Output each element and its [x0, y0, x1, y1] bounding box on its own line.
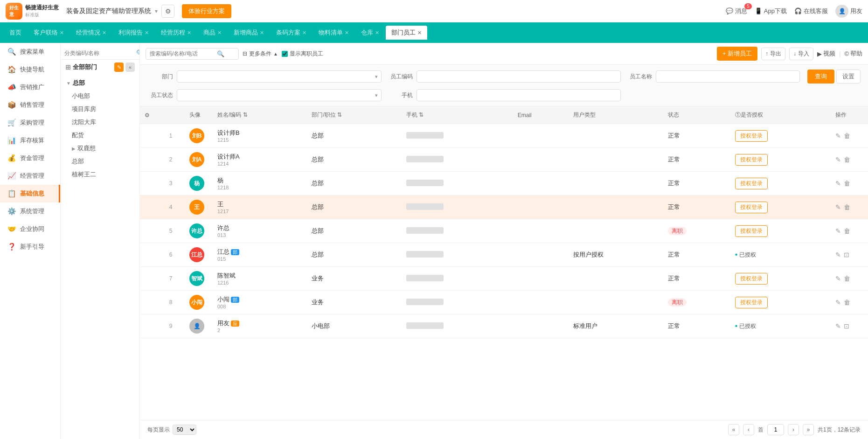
delete-btn[interactable]: 🗑 [844, 180, 850, 187]
sidebar-item-basic[interactable]: 📋 基础信息 [0, 185, 60, 202]
sidebar-item-purchase[interactable]: 🛒 采购管理 [0, 114, 60, 132]
filter-dept-select[interactable] [177, 70, 382, 83]
dept-edit-icon[interactable]: ✎ [114, 63, 124, 72]
sidebar-item-inventory[interactable]: 📊 库存核算 [0, 132, 60, 149]
auth-btn[interactable]: 授权登录 [735, 225, 768, 237]
tab-close-history[interactable]: ✕ [187, 30, 191, 36]
sidebar-item-nav[interactable]: 🏠 快捷导航 [0, 61, 60, 78]
edit-btn[interactable]: ✎ [835, 251, 841, 258]
delete-btn[interactable]: 🗑 [844, 275, 850, 282]
tab-close-barcode[interactable]: ✕ [302, 30, 306, 36]
page-next-btn[interactable]: › [788, 424, 799, 435]
dept-search[interactable]: 🔍 [61, 47, 139, 60]
filter-empname-input[interactable] [656, 70, 800, 83]
filter-dept-select-wrap[interactable] [177, 70, 382, 83]
trial-button[interactable]: 体验行业方案 [182, 4, 231, 18]
edit-btn[interactable]: ✎ [835, 156, 841, 163]
auth-btn[interactable]: 授权登录 [735, 273, 768, 285]
tab-history[interactable]: 经营历程 ✕ [155, 26, 197, 40]
tab-customer[interactable]: 客户联络 ✕ [28, 26, 69, 40]
edit-btn[interactable]: ✎ [835, 203, 841, 211]
tab-close-new-goods[interactable]: ✕ [260, 30, 264, 36]
dept-search-input[interactable] [64, 50, 134, 56]
edit-btn[interactable]: ✎ [835, 227, 841, 235]
tab-operation[interactable]: 经营情况 ✕ [70, 26, 112, 40]
tab-close-profit[interactable]: ✕ [145, 30, 149, 36]
edit-btn[interactable]: ✎ [835, 299, 841, 306]
auth-btn[interactable]: 授权登录 [735, 178, 768, 189]
page-first-btn[interactable]: « [728, 424, 739, 435]
filter-phone-input[interactable] [417, 89, 621, 101]
page-last-btn[interactable]: » [803, 424, 814, 435]
delete-btn[interactable]: 🗑 [844, 132, 850, 139]
tab-close-goods[interactable]: ✕ [217, 30, 222, 36]
per-page-select[interactable]: 50 100 [173, 425, 196, 435]
dept-node-shenyang[interactable]: 沈阳大库 [61, 116, 139, 129]
tab-new-goods[interactable]: 新增商品 ✕ [228, 26, 270, 40]
tab-warehouse[interactable]: 仓库 ✕ [355, 26, 385, 40]
tab-bom[interactable]: 物料清单 ✕ [313, 26, 354, 40]
settings-icon-th[interactable]: ⚙ [145, 112, 150, 118]
tab-employee[interactable]: 部门员工 ✕ [386, 26, 427, 40]
th-dept[interactable]: 部门/职位 ⇅ [307, 106, 401, 124]
sidebar-item-sales[interactable]: 📦 销售管理 [0, 96, 60, 114]
dept-node-zhishu[interactable]: 植树王二 [61, 168, 139, 181]
settings-icon[interactable]: ⚙ [161, 5, 174, 18]
toolbar-search-icon[interactable]: 🔍 [217, 50, 224, 57]
sidebar-item-search[interactable]: 🔍 搜索菜单 [0, 43, 60, 61]
message-item[interactable]: 💬 消息 5 [726, 7, 747, 15]
delete-btn[interactable]: 🗑 [844, 299, 850, 306]
tab-barcode[interactable]: 条码方案 ✕ [271, 26, 312, 40]
more-filters-btn[interactable]: ⊟ 更多条件 ▲ [243, 50, 278, 58]
tab-close-employee[interactable]: ✕ [417, 30, 422, 36]
set-btn[interactable]: 设置 [836, 70, 861, 84]
page-input[interactable] [767, 424, 784, 435]
auth-btn[interactable]: 授权登录 [735, 154, 768, 166]
auth-btn[interactable]: 授权登录 [735, 297, 768, 308]
auth-btn[interactable]: 授权登录 [735, 202, 768, 213]
tab-home[interactable]: 首页 [4, 26, 27, 40]
sidebar-item-marketing[interactable]: 📣 营销推广 [0, 78, 60, 96]
help-btn[interactable]: © 帮助 [844, 49, 862, 58]
export-btn[interactable]: ↑ 导出 [761, 48, 785, 60]
query-btn[interactable]: 查询 [807, 70, 834, 84]
dept-collapse-icon[interactable]: « [125, 63, 135, 72]
th-settings[interactable]: ⚙ [140, 106, 157, 124]
delete-btn[interactable]: 🗑 [844, 203, 850, 211]
app-download-item[interactable]: 📱 App下载 [755, 7, 787, 15]
dept-node-project[interactable]: 项目库房 [61, 103, 139, 116]
search-box[interactable]: 🔍 [146, 48, 239, 60]
delete-btn[interactable]: 🗑 [844, 227, 850, 235]
filter-status-select[interactable] [177, 89, 382, 101]
th-name[interactable]: 姓名/编码 ⇅ [213, 106, 307, 124]
filter-status-select-wrap[interactable] [177, 89, 382, 101]
tab-close-warehouse[interactable]: ✕ [375, 30, 379, 36]
tab-close-bom[interactable]: ✕ [345, 30, 349, 36]
edit-btn[interactable]: ✎ [835, 275, 841, 282]
add-employee-btn[interactable]: + 新增员工 [717, 47, 757, 61]
edit-btn[interactable]: ✎ [835, 322, 841, 330]
sidebar-item-guide[interactable]: ❓ 新手引导 [0, 238, 60, 256]
filter-empcode-input[interactable] [417, 70, 621, 83]
sidebar-item-bizmanage[interactable]: 📈 经营管理 [0, 167, 60, 185]
import-btn[interactable]: ↓ 导入 [789, 48, 813, 60]
user-item[interactable]: 👤 用友 [835, 5, 862, 18]
online-service-item[interactable]: 🎧 在线客服 [794, 7, 828, 15]
page-prev-btn[interactable]: ‹ [743, 424, 754, 435]
edit-btn[interactable]: ✎ [835, 180, 841, 187]
dept-node-xiaodian[interactable]: 小电部 [61, 90, 139, 103]
show-resigned-label[interactable]: 显示离职员工 [282, 50, 323, 58]
sidebar-item-finance[interactable]: 💰 资金管理 [0, 149, 60, 167]
copy-btn[interactable]: ⊡ [844, 322, 849, 330]
tab-profit[interactable]: 利润报告 ✕ [113, 26, 154, 40]
system-dropdown-arrow[interactable]: ▾ [155, 8, 158, 14]
delete-btn[interactable]: 🗑 [844, 156, 850, 163]
video-btn[interactable]: ▶ 视频 [817, 49, 835, 58]
edit-btn[interactable]: ✎ [835, 132, 841, 139]
tab-close-customer[interactable]: ✕ [60, 30, 64, 36]
show-resigned-checkbox[interactable] [282, 51, 288, 57]
tab-goods[interactable]: 商品 ✕ [198, 26, 227, 40]
dept-node-zongbu[interactable]: 总部 [61, 155, 139, 168]
auth-btn[interactable]: 授权登录 [735, 130, 768, 142]
sidebar-item-system[interactable]: ⚙️ 系统管理 [0, 202, 60, 220]
